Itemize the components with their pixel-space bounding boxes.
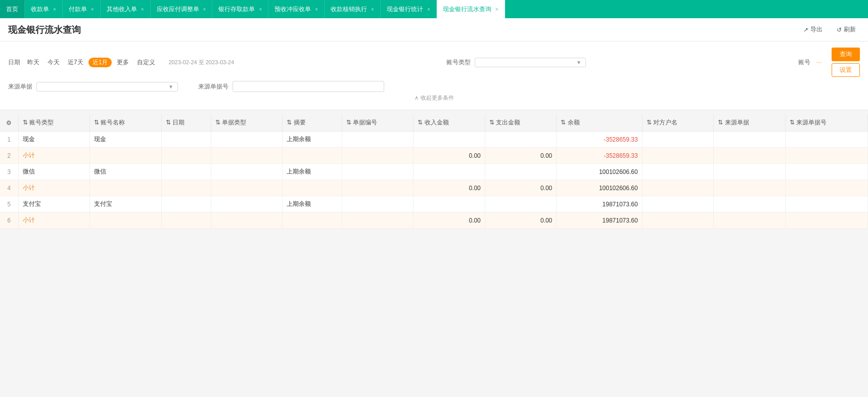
close-icon[interactable]: × [53,7,56,12]
nav-item-应收应付调整单[interactable]: 应收应付调整单× [151,0,213,18]
account-more-btn[interactable]: ··· [814,59,824,66]
counterparty-cell [642,148,714,164]
account-name-cell: 微信 [90,164,162,180]
nav-item-收款单[interactable]: 收款单× [25,0,63,18]
export-button[interactable]: ↗ 导出 [799,23,827,36]
th-source-doc-no[interactable]: ⇅ 来源单据号 [785,114,867,131]
counterparty-cell [642,196,714,212]
table-body: 1现金现金上期余额-3528659.332小计0.000.00-3528659.… [0,131,868,229]
doc-no-cell [342,212,414,229]
refresh-button[interactable]: ↺ 刷新 [833,23,860,36]
nav-item-现金银行流水查询[interactable]: 现金银行流水查询× [437,0,505,18]
expense-cell [485,164,557,180]
table-row: 1现金现金上期余额-3528659.33 [0,131,868,148]
sort-icon: ⇅ [346,119,351,126]
close-icon[interactable]: × [427,7,430,12]
close-icon[interactable]: × [315,7,318,12]
close-icon[interactable]: × [203,7,206,12]
yesterday-btn[interactable]: 昨天 [24,58,42,67]
today-btn[interactable]: 今天 [44,58,63,67]
source-doc-num-input[interactable] [233,81,384,92]
nav-item-首页[interactable]: 首页 [0,0,25,18]
last1month-btn[interactable]: 近1月 [88,58,112,67]
th-date[interactable]: ⇅ 日期 [161,114,211,131]
balance-cell: -3528659.33 [557,131,642,148]
source-doc-no-cell [785,196,867,212]
account-name-cell: 支付宝 [90,196,162,212]
row-num-cell: 1 [0,131,18,148]
nav-item-付款单[interactable]: 付款单× [63,0,101,18]
row-num-cell: 6 [0,212,18,229]
more-date-btn[interactable]: 更多 [114,58,132,67]
doc-no-cell [342,196,414,212]
collapse-icon: ∧ [415,95,419,101]
source-doc-select[interactable]: ▼ [36,82,178,92]
header-actions: ↗ 导出 ↺ 刷新 [799,23,860,36]
close-icon[interactable]: × [371,7,374,12]
last7days-btn[interactable]: 近7天 [65,58,86,67]
date-cell [161,148,211,164]
custom-date-btn[interactable]: 自定义 [134,58,158,67]
source-doc-cell [714,180,786,196]
close-icon[interactable]: × [91,7,94,12]
th-doc-no[interactable]: ⇅ 单据编号 [342,114,414,131]
source-doc-no-cell [785,212,867,229]
doc-no-cell [342,180,414,196]
th-source-doc[interactable]: ⇅ 来源单据 [714,114,786,131]
th-settings[interactable]: ⚙ [0,114,18,131]
source-doc-chevron-icon: ▼ [168,84,173,90]
date-cell [161,180,211,196]
sort-icon: ⇅ [23,119,28,126]
source-doc-no-cell [785,164,867,180]
th-summary[interactable]: ⇅ 摘要 [283,114,342,131]
income-cell: 0.00 [414,180,485,196]
income-cell: 0.00 [414,148,485,164]
account-label: 账号 [798,58,810,67]
row-num-cell: 5 [0,196,18,212]
summary-cell: 上期余额 [283,196,342,212]
nav-item-其他收入单[interactable]: 其他收入单× [101,0,151,18]
summary-cell [283,180,342,196]
account-type-select[interactable]: ▼ [475,58,586,67]
filter-row-2: 来源单据 ▼ 来源单据号 [8,81,860,92]
th-account-type[interactable]: ⇅ 账号类型 [18,114,90,131]
source-doc-no-cell [785,131,867,148]
gear-icon[interactable]: ⚙ [6,119,12,126]
date-range-display: 2023-02-24 至 2023-03-24 [168,59,234,66]
source-doc-cell [714,148,786,164]
date-cell [161,164,211,180]
top-nav: 首页收款单×付款单×其他收入单×应收应付调整单×银行存取款单×预收冲应收单×收款… [0,0,868,18]
account-type-cell: 支付宝 [18,196,90,212]
counterparty-cell [642,131,714,148]
sort-icon: ⇅ [718,119,723,126]
close-icon[interactable]: × [141,7,144,12]
settings-button[interactable]: 设置 [832,63,860,77]
th-counterparty[interactable]: ⇅ 对方户名 [642,114,714,131]
th-balance[interactable]: ⇅ 余额 [557,114,642,131]
nav-item-预收冲应收单[interactable]: 预收冲应收单× [268,0,325,18]
row-num-cell: 2 [0,148,18,164]
nav-item-收款核销执行[interactable]: 收款核销执行× [325,0,381,18]
doc-no-cell [342,164,414,180]
balance-cell: 100102606.60 [557,180,642,196]
account-type-group: 账号类型 ▼ [446,58,586,67]
th-account-name[interactable]: ⇅ 账号名称 [90,114,162,131]
th-income[interactable]: ⇅ 收入金额 [414,114,485,131]
th-doc-type[interactable]: ⇅ 单据类型 [211,114,283,131]
date-filter-group: 日期 昨天 今天 近7天 近1月 更多 自定义 [8,58,158,67]
expense-cell: 0.00 [485,180,557,196]
nav-item-现金银行统计[interactable]: 现金银行统计× [381,0,437,18]
sort-icon: ⇅ [287,119,292,126]
nav-item-银行存取款单[interactable]: 银行存取款单× [212,0,268,18]
income-cell [414,131,485,148]
expense-cell [485,196,557,212]
collapse-bar[interactable]: ∧ 收起更多条件 [8,92,860,104]
expense-cell [485,131,557,148]
close-icon[interactable]: × [259,7,262,12]
th-expense[interactable]: ⇅ 支出金额 [485,114,557,131]
sort-icon: ⇅ [561,119,566,126]
query-button[interactable]: 查询 [832,48,860,61]
close-icon[interactable]: × [495,7,498,12]
income-cell [414,164,485,180]
balance-cell: 19871073.60 [557,212,642,229]
